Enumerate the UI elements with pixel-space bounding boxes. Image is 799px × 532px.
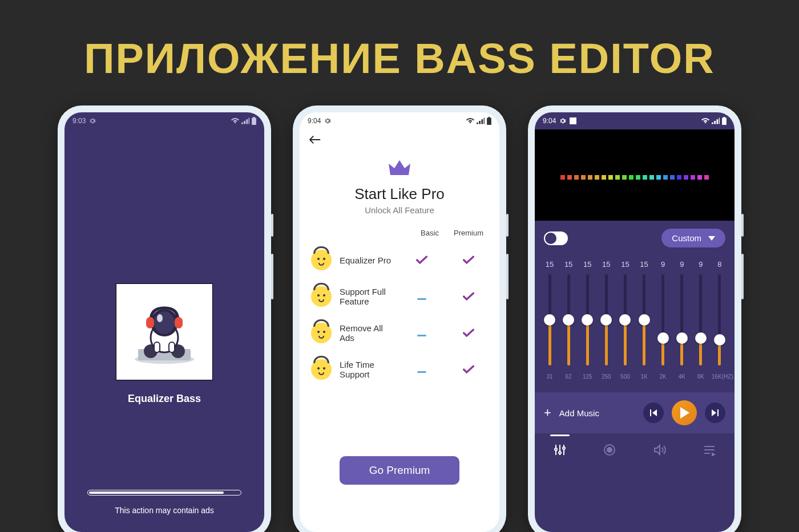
feature-label: Equalizer Pro [340, 255, 394, 265]
premium-title: Start Like Pro [300, 185, 499, 203]
svg-point-15 [563, 447, 565, 449]
sliders-icon [554, 444, 566, 456]
feature-basic-cell [402, 367, 441, 373]
eq-slider[interactable] [579, 274, 595, 366]
eq-slider[interactable] [636, 274, 652, 366]
battery-icon [252, 117, 256, 125]
visualizer [535, 129, 735, 221]
signal-icon [241, 117, 249, 124]
feature-basic-cell [402, 294, 441, 300]
crown-icon [388, 160, 411, 180]
eq-freq-label: 125 [579, 373, 595, 380]
feature-label: Support Full Feature [340, 287, 394, 306]
eq-slider[interactable] [598, 274, 614, 366]
play-icon [679, 407, 689, 419]
feature-icon [311, 286, 332, 307]
eq-value: 15 [542, 260, 558, 269]
eq-slider[interactable] [542, 274, 558, 366]
feature-basic-cell [402, 255, 441, 265]
play-button[interactable] [672, 400, 697, 425]
app-logo [116, 283, 213, 380]
preset-label: Custom [672, 233, 701, 243]
prev-button[interactable] [643, 403, 664, 423]
viz-bar [670, 175, 675, 180]
eq-freq-label: 500 [617, 373, 633, 380]
tab-effects[interactable] [603, 444, 616, 456]
status-bar: 9:03 [64, 112, 264, 129]
eq-slider[interactable] [617, 274, 633, 366]
viz-bar [602, 175, 606, 180]
eq-value: 15 [560, 260, 576, 269]
svg-rect-12 [570, 117, 576, 124]
viz-bar [677, 175, 681, 180]
viz-bar [560, 175, 565, 180]
add-music-icon[interactable]: + [544, 405, 551, 420]
go-premium-button[interactable]: Go Premium [340, 456, 459, 485]
eq-slider[interactable] [712, 274, 728, 366]
eq-slider[interactable] [693, 274, 709, 366]
viz-bar [697, 175, 702, 180]
viz-bar [622, 175, 627, 180]
preset-dropdown[interactable]: Custom [661, 229, 725, 247]
eq-freq-label: 250 [598, 373, 614, 380]
status-bar: 9:04 [300, 112, 499, 129]
page-headline: ПРИЛОЖЕНИЕ BASS EDITOR [0, 34, 799, 83]
viz-bar [608, 175, 613, 180]
viz-bar [636, 175, 640, 180]
battery-icon [722, 117, 727, 125]
viz-bar [595, 175, 599, 180]
status-time: 9:04 [543, 117, 556, 125]
eq-slider[interactable] [655, 274, 671, 366]
svg-point-13 [555, 448, 557, 450]
feature-label: Remove All Ads [340, 323, 394, 343]
eq-value: 9 [674, 260, 690, 269]
feature-row: Equalizer Pro [300, 242, 499, 278]
eq-slider[interactable] [674, 274, 690, 366]
svg-rect-9 [175, 317, 183, 328]
tab-playlist[interactable] [703, 444, 716, 456]
next-button[interactable] [705, 403, 725, 423]
phone-frame-equalizer: 9:04 Custom [528, 105, 741, 532]
eq-slider[interactable] [560, 274, 576, 366]
tab-volume[interactable] [653, 444, 666, 456]
feature-row: Remove All Ads [300, 315, 499, 351]
feature-premium-cell [449, 255, 488, 265]
eq-freq-label: 31 [542, 373, 558, 380]
chevron-down-icon [708, 236, 715, 241]
dash-icon [417, 371, 426, 373]
signal-icon [477, 117, 485, 124]
svg-rect-11 [169, 342, 175, 352]
viz-bar [649, 175, 654, 180]
feature-label: Life Time Support [340, 360, 394, 379]
back-button[interactable] [300, 129, 499, 152]
check-icon [463, 292, 474, 301]
eq-freq-label: 62 [560, 373, 576, 380]
eq-freq-label: 16K(HZ) [712, 373, 728, 380]
square-icon [570, 117, 576, 124]
column-basic: Basic [410, 229, 449, 237]
eq-freq-label: 1K [636, 373, 652, 380]
dash-icon [417, 335, 426, 336]
battery-icon [487, 117, 491, 125]
column-premium: Premium [449, 229, 488, 237]
eq-value: 15 [636, 260, 652, 269]
tab-equalizer[interactable] [554, 444, 566, 456]
viz-bar [663, 175, 668, 180]
feature-premium-cell [449, 365, 488, 374]
wifi-icon [466, 117, 474, 124]
add-music-label[interactable]: Add Music [559, 408, 635, 418]
viz-bar [656, 175, 661, 180]
app-name-label: Equalizer Bass [128, 393, 201, 405]
svg-point-17 [607, 448, 612, 452]
status-bar: 9:04 [535, 112, 735, 129]
viz-bar [588, 175, 592, 180]
eq-value: 9 [693, 260, 709, 269]
playlist-icon [703, 444, 716, 456]
status-time: 9:04 [308, 117, 321, 125]
eq-freq-label: 4K [674, 373, 690, 380]
eq-toggle[interactable] [544, 232, 568, 245]
svg-point-7 [157, 314, 163, 322]
volume-icon [653, 444, 666, 456]
wifi-icon [231, 117, 239, 124]
check-icon [463, 255, 474, 265]
